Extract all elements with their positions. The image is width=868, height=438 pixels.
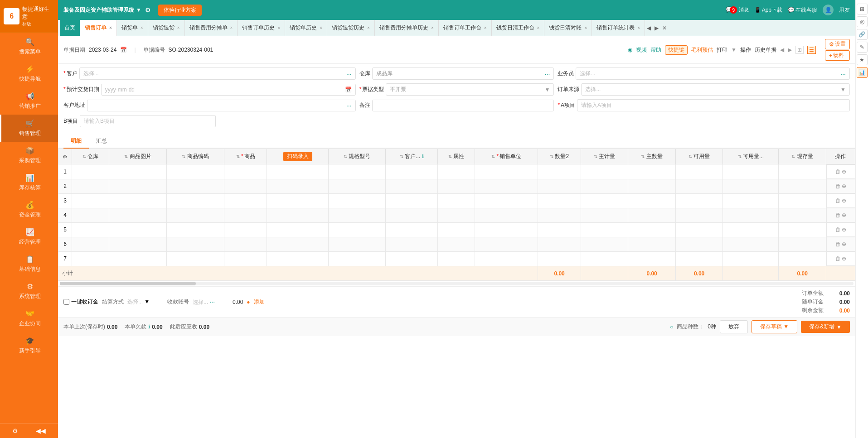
tab-sales-expense[interactable]: 销售费用分摊单 × — [185, 20, 238, 36]
operation-label[interactable]: 操作 — [740, 46, 751, 54]
sidebar-item-finance[interactable]: 💰 资金管理 — [0, 196, 58, 223]
sidebar-item-marketing[interactable]: 📢 营销推广 — [0, 87, 58, 115]
sidebar-collapse-icon[interactable]: ◀◀ — [36, 427, 46, 434]
row-copy-icon[interactable]: ⊕ — [842, 168, 846, 175]
sidebar-item-system[interactable]: ⚙ 系统管理 — [0, 278, 58, 305]
tab-daily-reconcile[interactable]: 钱货日清对账 × — [544, 20, 592, 36]
row-qty2[interactable] — [538, 164, 581, 179]
system-dropdown-icon[interactable]: ▼ — [136, 7, 141, 13]
date-picker-icon[interactable]: 📅 — [120, 47, 127, 53]
row-main-unit[interactable] — [581, 164, 628, 179]
history-label[interactable]: 历史单据 — [755, 46, 776, 54]
online-service[interactable]: 💬 在线客服 — [788, 6, 817, 14]
row-product[interactable] — [224, 164, 267, 179]
tab-return-history[interactable]: 销货退货历史 × — [327, 20, 375, 36]
settings-gear-icon[interactable]: ⚙ — [145, 6, 151, 14]
address-input[interactable]: ··· — [87, 100, 356, 111]
save-draft-button[interactable]: 保存草稿 ▼ — [752, 320, 797, 333]
close-tab-10[interactable]: × — [537, 25, 540, 30]
warehouse-input[interactable]: 成品库 ··· — [372, 67, 554, 80]
right-icon-6[interactable]: 📊 — [857, 67, 868, 78]
solution-button[interactable]: 体验行业方案 — [158, 5, 202, 16]
sidebar-item-inventory[interactable]: 📊 库存核算 — [0, 169, 58, 196]
delivery-date-input[interactable]: yyyy-mm-dd 📅 — [101, 84, 356, 96]
sidebar-item-basic-info[interactable]: 📋 基础信息 — [0, 250, 58, 278]
add-label[interactable]: 添加 — [254, 298, 265, 306]
tab-next-icon[interactable]: ▶ — [653, 25, 660, 31]
profit-label[interactable]: 毛利预估 — [691, 46, 713, 54]
right-icon-2[interactable]: ◎ — [857, 16, 868, 27]
row-sales-unit[interactable] — [475, 164, 538, 179]
close-tab-7[interactable]: × — [367, 25, 370, 30]
row-delete-icon[interactable]: 🗑 — [835, 241, 841, 247]
tab-summary[interactable]: 汇总 — [89, 135, 114, 149]
row-copy-icon[interactable]: ⊕ — [842, 241, 846, 247]
help-label[interactable]: 帮助 — [650, 46, 661, 54]
nav-prev-icon[interactable]: ◀ — [780, 47, 784, 53]
row-delete-icon[interactable]: 🗑 — [835, 255, 841, 262]
row-delete-icon[interactable]: 🗑 — [835, 168, 841, 175]
tab-sales-goods[interactable]: 销货单 × — [117, 20, 148, 36]
settings-button[interactable]: ⚙ 设置 — [825, 39, 850, 49]
b-project-input[interactable]: 请输入B项目 — [80, 115, 216, 127]
close-tab-3[interactable]: × — [177, 25, 180, 30]
tab-goods-history[interactable]: 销货单历史 × — [285, 20, 327, 36]
a-project-input[interactable]: 请输入A项目 — [577, 99, 850, 111]
add-product-button[interactable]: + 物料 — [825, 50, 850, 61]
right-icon-4[interactable]: ✎ — [857, 42, 868, 53]
close-tab-2[interactable]: × — [141, 25, 143, 30]
tab-more-icon[interactable]: ✕ — [660, 25, 669, 31]
sidebar-item-sales[interactable]: 🛒 销售管理 — [0, 115, 58, 142]
view-label[interactable]: 视频 — [636, 46, 647, 54]
th-scan[interactable]: 扫码录入 — [267, 149, 328, 164]
invoice-type-select[interactable]: 不开票 ▼ — [386, 83, 554, 96]
close-tab-4[interactable]: × — [230, 25, 233, 30]
table-scrollbar[interactable] — [60, 282, 853, 285]
th-settings[interactable]: ⚙ — [58, 149, 72, 164]
row-delete-icon[interactable]: 🗑 — [835, 197, 841, 204]
tab-detail[interactable]: 明细 — [63, 135, 89, 149]
row-delete-icon[interactable]: 🗑 — [835, 226, 841, 233]
row-copy-icon[interactable]: ⊕ — [842, 226, 846, 233]
sidebar-item-search[interactable]: 🔍 搜索菜单 — [0, 33, 58, 60]
tab-expense-history[interactable]: 销售费用分摊单历史 × — [375, 20, 439, 36]
row-copy-icon[interactable]: ⊕ — [842, 197, 846, 204]
row-warehouse[interactable] — [72, 164, 109, 179]
user-name[interactable]: 用友 — [839, 6, 850, 14]
sidebar-item-quicknav[interactable]: ⚡ 快捷导航 — [0, 60, 58, 87]
right-icon-5[interactable]: ★ — [857, 54, 868, 65]
sidebar-item-guide[interactable]: 🎓 新手引导 — [0, 332, 58, 359]
row-customer[interactable] — [386, 164, 437, 179]
tab-daily-clear-workbench[interactable]: 钱货日清工作台 × — [492, 20, 545, 36]
sidebar-item-purchase[interactable]: 📦 采购管理 — [0, 142, 58, 169]
list-view-icon[interactable]: ☰ — [807, 46, 816, 54]
app-download[interactable]: 📱 App下载 — [754, 6, 782, 14]
view-video-icon[interactable]: ◉ — [628, 47, 632, 53]
tab-order-stats[interactable]: 销售订单统计表 × — [592, 20, 645, 36]
tab-order-workbench[interactable]: 销售订单工作台 × — [439, 20, 492, 36]
remark-input[interactable] — [372, 100, 554, 111]
customer-input[interactable]: 选择... ··· — [79, 67, 356, 80]
save-draft-dropdown-icon[interactable]: ▼ — [783, 323, 789, 330]
print-dropdown-icon[interactable]: ▼ — [731, 47, 737, 53]
right-icon-3[interactable]: 🔗 — [857, 29, 868, 40]
row-copy-icon[interactable]: ⊕ — [842, 212, 846, 218]
row-delete-icon[interactable]: 🗑 — [835, 212, 841, 218]
save-new-dropdown-icon[interactable]: ▼ — [836, 324, 842, 330]
sidebar-settings-icon[interactable]: ⚙ — [12, 427, 18, 434]
discard-button[interactable]: 放弃 — [720, 320, 748, 333]
row-copy-icon[interactable]: ⊕ — [842, 255, 846, 262]
row-code[interactable] — [166, 164, 224, 179]
salesperson-input[interactable]: 选择... ··· — [576, 67, 850, 80]
shortcut-label[interactable]: 快捷键 — [665, 45, 688, 55]
account-select[interactable]: 选择... ··· — [193, 298, 229, 306]
close-tab-9[interactable]: × — [484, 25, 487, 30]
save-new-button[interactable]: 保存&新增 ▼ — [801, 321, 850, 333]
row-attr[interactable] — [437, 164, 475, 179]
tab-home[interactable]: 首页 — [60, 20, 80, 36]
user-avatar[interactable]: 👤 — [823, 5, 834, 15]
nav-next-icon[interactable]: ▶ — [788, 47, 792, 53]
scrollbar-thumb[interactable] — [60, 282, 196, 285]
close-tab-11[interactable]: × — [584, 25, 587, 30]
tab-sales-order[interactable]: 销售订单 × — [80, 20, 117, 36]
